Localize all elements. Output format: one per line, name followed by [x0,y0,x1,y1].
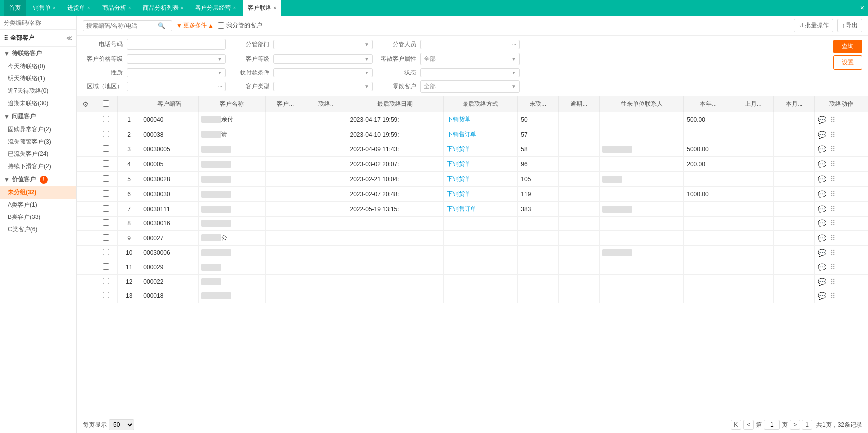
tab-customer-contact-close[interactable]: × [273,5,276,11]
td-last-contact-method-5[interactable]: 下销货单 [444,187,518,202]
batch-ops-button[interactable]: ☑ 批量操作 [794,19,833,32]
message-icon-1[interactable]: 💬 [818,131,826,139]
filter-select-dept[interactable]: ▼ [273,40,373,49]
sidebar-item-overdue[interactable]: 逾期未联络(30) [0,97,76,110]
message-icon-7[interactable]: 💬 [818,219,826,227]
tab-product-analysis-list[interactable]: 商品分析列表 × [138,0,189,16]
sidebar-item-declining[interactable]: 持续下滑客户(2) [0,160,76,173]
grid-icon-0[interactable]: ⠿ [830,116,835,124]
filter-more-btn[interactable]: ▼ 更多条件 ▲ [176,21,214,30]
message-icon-8[interactable]: 💬 [818,234,826,242]
reset-button[interactable]: 设置 [833,55,862,70]
td-checkbox-8[interactable] [95,231,118,246]
tab-customer-layer-close[interactable]: × [233,5,236,11]
message-icon-12[interactable]: 💬 [818,292,826,300]
td-checkbox-12[interactable] [95,289,118,303]
message-icon-9[interactable]: 💬 [818,249,826,257]
filter-select-nature[interactable]: ▼ [127,68,226,77]
sidebar-search-input[interactable] [4,19,77,26]
sidebar-item-abnormal[interactable]: 固购异常客户(2) [0,123,76,136]
tab-sales[interactable]: 销售单 × [28,0,61,16]
td-checkbox-9[interactable] [95,246,118,260]
message-icon-2[interactable]: 💬 [818,145,826,153]
filter-select-status[interactable]: ▼ [420,68,520,77]
message-icon-4[interactable]: 💬 [818,175,826,183]
export-button[interactable]: ↑ 导出 [837,19,862,32]
td-last-contact-method-1[interactable]: 下销售订单 [444,127,518,142]
sidebar-item-tomorrow[interactable]: 明天待联络(1) [0,72,76,85]
filter-select-retail-attr[interactable]: 全部 ▼ [420,53,520,65]
filter-my-customers[interactable]: 我分管的客户 [218,21,262,30]
td-checkbox-0[interactable] [95,112,118,127]
tab-product-analysis-close[interactable]: × [128,5,131,11]
th-settings[interactable]: ⚙ [77,96,95,112]
td-last-contact-method-6[interactable]: 下销售订单 [444,202,518,216]
th-last-contact-date[interactable]: 最后联络日期 [347,96,444,112]
page-size-select[interactable]: 50 100 200 [109,419,134,430]
prev-page-button[interactable]: < [743,420,754,430]
th-contact[interactable]: 联络... [306,96,347,112]
td-checkbox-6[interactable] [95,202,118,216]
grid-icon-3[interactable]: ⠿ [830,160,835,168]
grid-icon-1[interactable]: ⠿ [830,131,835,139]
select-all-checkbox[interactable] [103,100,109,107]
collapse-icon[interactable]: ≪ [66,35,72,42]
tab-product-analysis[interactable]: 商品分析 × [97,0,136,16]
th-last-month[interactable]: 上月... [733,96,774,112]
th-this-year[interactable]: 本年... [684,96,733,112]
filter-select-price-level[interactable]: ▼ [127,54,226,64]
grid-icon-6[interactable]: ⠿ [830,205,835,213]
message-icon-11[interactable]: 💬 [818,278,826,286]
th-not-contacted[interactable]: 未联... [518,96,558,112]
tab-customer-contact[interactable]: 客户联络 × [243,0,281,16]
contact-method-link-0[interactable]: 下销货单 [447,116,470,123]
th-name[interactable]: 客户名称 [198,96,265,112]
page-input[interactable] [764,420,780,430]
td-checkbox-5[interactable] [95,187,118,202]
sidebar-group-pending[interactable]: ▼ 待联络客户 [0,47,76,60]
sidebar-group-value[interactable]: ▼ 价值客户 ! [0,173,76,186]
grid-icon-9[interactable]: ⠿ [830,249,835,257]
contact-method-link-6[interactable]: 下销售订单 [447,205,476,212]
td-checkbox-2[interactable] [95,142,118,157]
filter-select-retail[interactable]: 全部 ▼ [420,80,520,93]
grid-icon-4[interactable]: ⠿ [830,175,835,183]
sidebar-all-customers[interactable]: ⠿ 全部客户 ≪ [0,30,76,47]
grid-icon-5[interactable]: ⠿ [830,190,835,198]
th-type[interactable]: 客户... [265,96,306,112]
sidebar-group-problem[interactable]: ▼ 问题客户 [0,110,76,123]
grid-icon-10[interactable]: ⠿ [830,263,835,271]
td-checkbox-3[interactable] [95,157,118,172]
window-close-button[interactable]: × [860,4,864,12]
th-checkbox[interactable] [95,96,118,112]
th-code[interactable]: 客户编码 [140,96,198,112]
sidebar-item-c-class[interactable]: C类客户(6) [0,223,76,236]
message-icon-3[interactable]: 💬 [818,160,826,168]
filter-select-region[interactable]: ··· [127,82,226,91]
th-this-month[interactable]: 本月... [774,96,814,112]
td-last-contact-method-0[interactable]: 下销货单 [444,112,518,127]
filter-select-manager[interactable]: ··· [420,40,520,49]
last-page-button[interactable]: 1 [802,420,812,430]
tab-customer-layer[interactable]: 客户分层经营 × [190,0,241,16]
grid-icon-11[interactable]: ⠿ [830,278,835,286]
filter-select-payment[interactable]: ▼ [273,68,373,77]
settings-icon[interactable]: ⚙ [82,100,89,108]
th-unit-contact[interactable]: 往来单位联系人 [600,96,684,112]
first-page-button[interactable]: K [731,420,741,430]
grid-icon-8[interactable]: ⠿ [830,234,835,242]
next-page-button[interactable]: > [790,420,800,430]
filter-search-icon[interactable]: 🔍 [158,22,165,29]
td-checkbox-1[interactable] [95,127,118,142]
contact-method-link-3[interactable]: 下销货单 [447,160,470,167]
th-last-contact-method[interactable]: 最后联络方式 [444,96,518,112]
td-checkbox-4[interactable] [95,172,118,187]
message-icon-0[interactable]: 💬 [818,116,826,124]
contact-method-link-2[interactable]: 下销货单 [447,145,470,152]
message-icon-10[interactable]: 💬 [818,263,826,271]
contact-method-link-1[interactable]: 下销售订单 [447,131,476,138]
grid-icon-12[interactable]: ⠿ [830,292,835,300]
tab-sales-close[interactable]: × [53,5,56,11]
sidebar-item-today[interactable]: 今天待联络(0) [0,60,76,72]
message-icon-5[interactable]: 💬 [818,190,826,198]
